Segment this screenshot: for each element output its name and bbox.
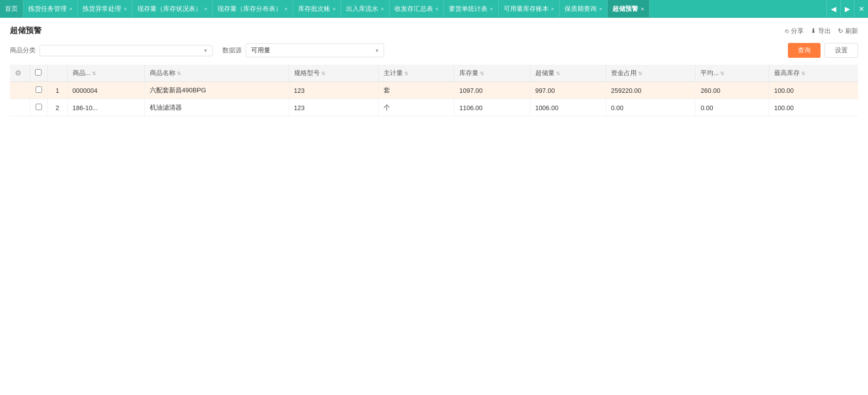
header-actions: ⎋ 分享 ⬇ 导出 ↻ 刷新: [785, 27, 858, 36]
category-select[interactable]: ▾: [40, 45, 213, 56]
sort-icon: ⇅: [404, 71, 408, 76]
nav-available-account[interactable]: 可用量库存账本 ×: [499, 0, 560, 17]
col-spec-header[interactable]: 规格型号 ⇅: [289, 65, 378, 82]
export-icon: ⬇: [811, 27, 816, 35]
nav-batch-account[interactable]: 库存批次账 ×: [293, 0, 341, 17]
col-index-header: [47, 65, 67, 82]
close-icon[interactable]: ×: [284, 6, 287, 12]
sort-icon: ⇅: [480, 71, 484, 76]
chevron-down-icon: ▾: [376, 47, 379, 54]
row-checkbox-cell: [30, 82, 47, 99]
sort-icon: ⇅: [638, 71, 642, 76]
query-button[interactable]: 查询: [788, 43, 821, 58]
col-avg-header[interactable]: 平均... ⇅: [695, 65, 769, 82]
sort-icon: ⇅: [321, 71, 325, 76]
col-unit-header[interactable]: 主计量 ⇅: [379, 65, 454, 82]
category-label: 商品分类: [10, 46, 36, 55]
row-checkbox[interactable]: [36, 86, 42, 93]
select-all-checkbox[interactable]: [35, 69, 42, 76]
nav-home[interactable]: 首页: [0, 0, 23, 17]
row-spec: 123: [289, 99, 378, 117]
col-over-stock-header[interactable]: 超储量 ⇅: [530, 65, 606, 82]
col-product-code-header[interactable]: 商品... ⇅: [67, 65, 144, 82]
row-product-code: 186-10...: [67, 99, 144, 117]
page-title: 超储预警: [10, 26, 42, 36]
row-product-name: 机油滤清器: [144, 99, 289, 117]
category-filter: 商品分类 ▾: [10, 45, 213, 56]
row-gear: [10, 99, 30, 117]
row-unit: 个: [379, 99, 454, 117]
row-checkbox-cell: [30, 99, 47, 117]
data-table: ⚙ 商品... ⇅ 商品名称 ⇅: [10, 65, 858, 117]
close-icon[interactable]: ×: [124, 6, 127, 12]
nav-prev-arrow[interactable]: ◀: [826, 0, 840, 18]
close-icon[interactable]: ×: [204, 6, 207, 12]
close-icon[interactable]: ×: [490, 6, 493, 12]
row-gear: [10, 82, 30, 99]
sort-icon: ⇅: [92, 71, 96, 76]
share-icon: ⎋: [785, 27, 789, 35]
row-capital: 0.00: [606, 99, 695, 117]
datasource-value: 可用量: [251, 46, 270, 55]
col-product-name-header[interactable]: 商品名称 ⇅: [144, 65, 289, 82]
col-capital-header[interactable]: 资金占用 ⇅: [606, 65, 695, 82]
row-avg: 260.00: [695, 82, 769, 99]
table-row: 1 0000004 六配套新昌490BPG 123 套 1097.00 997.…: [10, 82, 858, 99]
close-icon[interactable]: ×: [381, 6, 384, 12]
col-max-stock-header[interactable]: 最高库存 ⇅: [769, 65, 858, 82]
datasource-label: 数据源: [222, 46, 242, 55]
nav-overstock[interactable]: 超储预警 ×: [608, 0, 649, 17]
nav-next-arrow[interactable]: ▶: [840, 0, 854, 18]
close-icon[interactable]: ×: [551, 6, 554, 12]
nav-exception[interactable]: 拣货异常处理 ×: [78, 0, 132, 17]
row-capital: 259220.00: [606, 82, 695, 99]
nav-current-stock-dist[interactable]: 现存量（库存分布表） ×: [213, 0, 293, 17]
row-over-stock: 997.00: [530, 82, 606, 99]
table-body: 1 0000004 六配套新昌490BPG 123 套 1097.00 997.…: [10, 82, 858, 117]
close-icon[interactable]: ×: [435, 6, 438, 12]
row-max-stock: 100.00: [769, 82, 858, 99]
sort-icon: ⇅: [177, 71, 181, 76]
row-max-stock: 100.00: [769, 99, 858, 117]
main-content: 超储预警 ⎋ 分享 ⬇ 导出 ↻ 刷新 商品分类 ▾ 数据源: [0, 18, 868, 395]
close-icon[interactable]: ×: [641, 6, 644, 12]
sort-icon: ⇅: [801, 71, 805, 76]
col-stock-header[interactable]: 库存量 ⇅: [454, 65, 530, 82]
gear-icon[interactable]: ⚙: [15, 69, 21, 77]
chevron-down-icon: ▾: [204, 47, 207, 54]
close-icon[interactable]: ×: [333, 6, 336, 12]
nav-summary[interactable]: 收发存汇总表 ×: [390, 0, 444, 17]
row-index: 2: [47, 99, 67, 117]
nav-arrows: ◀ ▶ ✕: [826, 0, 868, 18]
close-icon[interactable]: ×: [599, 6, 602, 12]
row-over-stock: 1006.00: [530, 99, 606, 117]
close-icon[interactable]: ×: [69, 6, 72, 12]
row-unit: 套: [379, 82, 454, 99]
filter-row: 商品分类 ▾ 数据源 可用量 ▾ 查询 设置: [10, 43, 858, 58]
sort-icon: ⇅: [720, 71, 724, 76]
share-button[interactable]: ⎋ 分享: [785, 27, 804, 36]
export-button[interactable]: ⬇ 导出: [811, 27, 831, 36]
table-row: 2 186-10... 机油滤清器 123 个 1106.00 1006.00 …: [10, 99, 858, 117]
datasource-filter: 数据源 可用量 ▾: [222, 43, 384, 57]
col-gear: ⚙: [10, 65, 30, 82]
table-header-row: ⚙ 商品... ⇅ 商品名称 ⇅: [10, 65, 858, 82]
nav-current-stock-status[interactable]: 现存量（库存状况表） ×: [132, 0, 213, 17]
settings-button[interactable]: 设置: [825, 43, 858, 58]
nav-flow[interactable]: 出入库流水 ×: [341, 0, 389, 17]
filter-actions: 查询 设置: [788, 43, 858, 58]
row-stock: 1106.00: [454, 99, 530, 117]
refresh-icon: ↻: [838, 27, 843, 35]
nav-demand-stats[interactable]: 要货单统计表 ×: [444, 0, 498, 17]
datasource-select[interactable]: 可用量 ▾: [246, 43, 384, 57]
nav-expiry[interactable]: 保质期查询 ×: [560, 0, 608, 17]
nav-close-all[interactable]: ✕: [854, 0, 868, 18]
col-checkbox-header: [30, 65, 47, 82]
row-checkbox[interactable]: [36, 104, 42, 110]
row-spec: 123: [289, 82, 378, 99]
nav-task-mgmt[interactable]: 拣货任务管理 ×: [23, 0, 78, 17]
refresh-button[interactable]: ↻ 刷新: [838, 27, 858, 36]
top-nav: 首页 拣货任务管理 × 拣货异常处理 × 现存量（库存状况表） × 现存量（库存…: [0, 0, 868, 18]
row-product-code: 0000004: [67, 82, 144, 99]
page-header: 超储预警 ⎋ 分享 ⬇ 导出 ↻ 刷新: [10, 26, 858, 36]
